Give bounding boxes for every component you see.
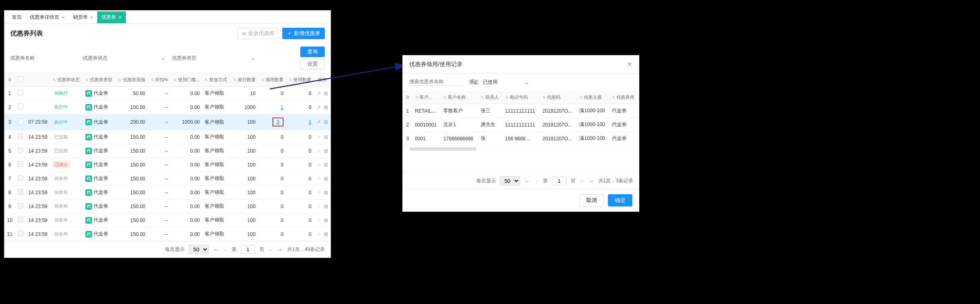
pager-prev-icon[interactable]: ‹: [535, 178, 539, 184]
customer-code: RETAIL...: [413, 104, 441, 118]
table-row[interactable]: 1114 23:59待发布代代金券150.00--0.00客户领取10000↗⊞: [4, 227, 330, 241]
modal-page-input[interactable]: [552, 177, 567, 185]
qrcode-icon[interactable]: ⊞: [324, 217, 328, 223]
claim-count-link[interactable]: 1: [281, 104, 284, 110]
close-icon[interactable]: ×: [118, 14, 122, 20]
page-prefix: 第: [543, 178, 548, 184]
sort-icon[interactable]: ⇅: [612, 95, 615, 100]
table-row[interactable]: 614 23:59已终止代代金券150.00--0.00客户领取10000↗⊞: [4, 158, 330, 172]
row-checkbox[interactable]: [18, 90, 23, 95]
sort-icon[interactable]: ⇅: [233, 78, 237, 82]
sort-icon[interactable]: ⇅: [85, 78, 89, 82]
tab-首页[interactable]: 首页: [8, 11, 26, 23]
confirm-button[interactable]: 确定: [608, 194, 632, 206]
coupon-table: ⚙ ⇅ 优惠券状态 ⇅ 优惠券类型 ⇅ 优惠券面值 ⇅ 折扣% ⇅ 使用门槛..…: [4, 73, 330, 241]
modal-per-page-select[interactable]: 50: [500, 176, 520, 186]
table-row[interactable]: 514 23:59已过期代代金券150.00--0.00客户领取10000↗⊞: [4, 144, 330, 158]
distribute-coupon-button[interactable]: ✉ 发放优惠券: [237, 28, 279, 39]
pager-next-icon[interactable]: ›: [580, 178, 584, 184]
cancel-button[interactable]: 取消: [579, 194, 604, 206]
share-icon[interactable]: ↗: [317, 91, 321, 96]
sort-icon[interactable]: ⇅: [53, 78, 56, 82]
sort-icon[interactable]: ⇅: [481, 95, 484, 100]
tab-优惠券[interactable]: 优惠券×: [97, 11, 126, 23]
row-index: 7: [4, 172, 15, 186]
pager-first-icon[interactable]: ⇤: [524, 178, 531, 184]
filter-name-input[interactable]: [37, 53, 78, 62]
sort-icon[interactable]: ⇅: [289, 78, 292, 82]
add-coupon-button[interactable]: ＋ 新增优惠券: [282, 28, 325, 39]
modal-search-input[interactable]: [409, 79, 471, 84]
search-button[interactable]: 查询: [300, 47, 325, 57]
pager-first-icon[interactable]: ⇤: [213, 247, 219, 253]
row-checkbox[interactable]: [18, 104, 23, 109]
row-checkbox[interactable]: [18, 119, 23, 124]
table-row[interactable]: 1014 23:59待发布代代金券150.00--0.00客户领取10000↗⊞: [4, 213, 330, 227]
settings-button[interactable]: 设置: [300, 59, 325, 69]
qrcode-icon[interactable]: ⊞: [324, 204, 328, 209]
table-row[interactable]: 1RETAIL...零散客户张三1111111111120191207O...满…: [403, 104, 639, 118]
sort-icon[interactable]: ⇅: [118, 78, 121, 82]
close-icon[interactable]: ×: [90, 14, 94, 20]
sort-icon[interactable]: ⇅: [415, 95, 418, 100]
qrcode-icon[interactable]: ⊞: [324, 134, 328, 140]
per-page-select[interactable]: 50: [189, 245, 209, 254]
claim-count-link[interactable]: 3: [277, 119, 279, 125]
gear-icon[interactable]: ⚙: [406, 95, 410, 100]
close-icon[interactable]: ✕: [627, 60, 632, 68]
coupon-code: 20191207O...: [540, 132, 577, 146]
pager-next-icon[interactable]: ›: [268, 247, 272, 253]
sort-icon[interactable]: ⇅: [542, 95, 546, 100]
coupon-type: 代代金券: [85, 217, 108, 224]
table-row[interactable]: 714 23:59待发布代代金券150.00--0.00客户领取10000↗⊞: [4, 172, 330, 186]
pager-last-icon[interactable]: ⇥: [277, 247, 283, 253]
sort-icon[interactable]: ⇅: [174, 78, 177, 82]
discount: --: [148, 200, 171, 213]
qrcode-icon[interactable]: ⊞: [324, 91, 328, 96]
method: 客户领取: [202, 186, 230, 200]
tabs: 首页优惠券详情页×销货单×优惠券×: [4, 11, 330, 24]
qrcode-icon[interactable]: ⊞: [324, 231, 328, 237]
share-icon: ↗: [317, 204, 321, 209]
page-input[interactable]: [241, 245, 255, 254]
row-index: 1: [403, 104, 413, 118]
filter-type-select[interactable]: ⌄: [199, 54, 256, 62]
gear-icon[interactable]: ⚙: [8, 77, 12, 82]
modal-status-select[interactable]: 已使用 ⌄: [481, 78, 530, 87]
sort-icon[interactable]: ⇅: [505, 95, 509, 100]
horizontal-scrollbar[interactable]: [409, 147, 632, 151]
qrcode-icon[interactable]: ⊞: [324, 119, 328, 125]
filter-status-label: 优惠券状态: [83, 55, 107, 62]
tab-销货单[interactable]: 销货单×: [69, 11, 98, 23]
sort-icon[interactable]: ⇅: [579, 95, 583, 100]
table-row[interactable]: 200010001北京1唐先生1111111111120191207O...满1…: [403, 118, 639, 132]
qrcode-icon[interactable]: ⊞: [324, 104, 328, 110]
table-row[interactable]: 914 23:59待发布代代金券150.00--0.00客户领取10000↗⊞: [4, 200, 330, 213]
table-row[interactable]: 3000117666666666张156 6666 ...20191207O..…: [403, 132, 639, 146]
qrcode-icon[interactable]: ⊞: [324, 190, 328, 195]
sort-icon[interactable]: ⇅: [205, 78, 208, 82]
sort-icon[interactable]: ⇅: [261, 78, 264, 82]
pager-last-icon[interactable]: ⇥: [588, 178, 594, 184]
select-all-checkbox[interactable]: [18, 76, 23, 82]
sort-icon[interactable]: ⇅: [443, 95, 446, 100]
pager-prev-icon[interactable]: ‹: [223, 247, 228, 253]
voucher-icon: 代: [85, 231, 92, 237]
qrcode-icon[interactable]: ⊞: [324, 176, 328, 182]
close-icon[interactable]: ×: [62, 14, 65, 20]
filter-status-select[interactable]: ⌄: [110, 54, 167, 62]
table-row[interactable]: 2执行中代代金券100.00--0.00客户领取100010↗⊞: [4, 100, 330, 114]
row-time: [26, 87, 50, 100]
qrcode-icon[interactable]: ⊞: [324, 162, 328, 168]
tab-优惠券详情页[interactable]: 优惠券详情页×: [26, 11, 69, 23]
share-icon[interactable]: ↗: [317, 119, 321, 125]
use-count-link[interactable]: 1: [308, 119, 311, 125]
table-row[interactable]: 814 23:59待发布代代金券150.00--0.00客户领取10000↗⊞: [4, 186, 330, 200]
table-row[interactable]: 1待执行代代金券50.00--0.00客户领取1000↗⊞: [4, 87, 330, 100]
table-row[interactable]: 307 23:59执行中代代金券200.00--1000.00客户领取10031…: [4, 114, 330, 130]
share-icon[interactable]: ↗: [317, 104, 321, 110]
sort-icon[interactable]: ⇅: [151, 78, 154, 82]
qrcode-icon[interactable]: ⊞: [324, 148, 328, 154]
filter-type-label: 优惠券类型: [172, 55, 196, 62]
table-row[interactable]: 414 23:59已过期代代金券150.00--0.00客户领取10000↗⊞: [4, 130, 330, 144]
